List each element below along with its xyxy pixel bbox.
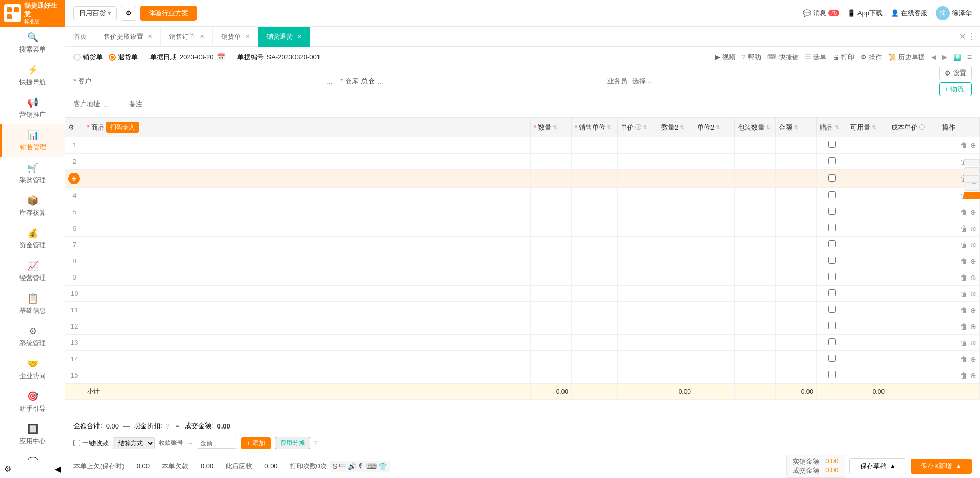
save-new-button[interactable]: 保存&新增 ▲ [911,459,972,474]
sort-icon[interactable]: ⇅ [835,124,839,130]
customer-input[interactable] [94,76,324,86]
gift-checkbox[interactable] [828,141,836,148]
warehouse-dots[interactable]: ... [378,78,383,85]
date-value[interactable]: 2023-03-20 [180,53,214,61]
chinese-icon[interactable]: 中 [339,462,346,471]
sort-icon[interactable]: ⇅ [716,124,720,130]
pack-cell[interactable] [735,170,776,188]
unit-cell[interactable] [572,170,618,188]
calendar-icon[interactable]: 📅 [217,53,225,61]
daily-category-select[interactable]: 日用百货 ▾ [74,6,117,20]
user-profile[interactable]: 徐 徐泽华 [936,6,972,20]
pack-cell[interactable] [735,154,776,170]
sidebar-item-sales[interactable]: 📊 销售管理 [0,124,65,157]
favorite-button[interactable]: 收藏 [964,192,980,199]
tab-sales-order[interactable]: 销售订单 ✕ [161,27,213,47]
product-input[interactable] [87,175,528,182]
copy-row-icon[interactable]: ⊕ [970,257,976,265]
account-dots[interactable]: ··· [187,440,192,447]
radio-return[interactable]: 退货单 [109,53,138,62]
tab-close-icon[interactable]: ✕ [148,33,152,40]
delete-row-icon[interactable]: 🗑 [960,241,967,249]
qty2-cell[interactable] [658,154,694,170]
experience-button[interactable]: 体验行业方案 [140,6,197,21]
history-btn[interactable]: 📜 历史单据 [888,53,925,62]
calc-method-select[interactable]: 结算方式 [113,437,155,449]
delete-row-icon[interactable]: 🗑 [960,322,967,331]
sidebar-item-apps[interactable]: 🔲 应用中心 [0,418,65,451]
product-cell[interactable] [84,154,531,170]
radio-sales[interactable]: 销货单 [74,53,103,62]
price-info-icon[interactable]: ⓘ [635,123,641,131]
cost-info-icon[interactable]: ⓘ [919,123,925,131]
gift-checkbox[interactable] [828,174,836,182]
keyboard-icon[interactable]: ⌨ [366,462,377,470]
sidebar-item-guide[interactable]: 🎯 新手引导 [0,386,65,418]
address-dots[interactable]: ... [103,100,109,108]
scan-entry-button[interactable]: 扫码录入 [106,122,139,133]
gift-checkbox[interactable] [828,338,836,345]
gift-cell[interactable] [817,154,847,170]
fee-split-button[interactable]: 费用分摊 [275,437,310,449]
tab-menu-icon[interactable]: ⋮ [968,32,976,41]
log-button[interactable]: 日志 [964,175,980,183]
settings-icon[interactable]: ⚙ [4,464,11,474]
copy-row-icon[interactable]: ⊕ [970,208,976,216]
sidebar-item-wechat[interactable]: 💬 企业微信 [0,451,65,460]
add-row-button[interactable]: + [68,173,80,184]
sidebar-item-collab[interactable]: 🤝 企业协同 [0,353,65,386]
video-btn[interactable]: ▶ 视频 [715,53,736,62]
sidebar-item-basic[interactable]: 📋 基础信息 [0,288,65,320]
gift-checkbox[interactable] [828,224,836,231]
pack-cell[interactable] [735,137,776,154]
remark-input[interactable] [145,100,299,108]
one-click-payment-checkbox[interactable]: 一键收款 [74,439,109,448]
tab-close-icon[interactable]: ✕ [245,33,250,40]
sort-icon[interactable]: ⇅ [794,124,798,130]
gift-checkbox[interactable] [828,322,836,329]
message-button[interactable]: 💬 消息 70 [803,9,839,18]
amount-cell[interactable] [776,154,817,170]
sidebar-item-quicknav[interactable]: ⚡ 快捷导航 [0,59,65,92]
shortcut-btn[interactable]: ⌨ 快捷键 [767,53,799,62]
copy-row-icon[interactable]: ⊕ [970,224,976,233]
sidebar-item-system[interactable]: ⚙ 系统管理 [0,320,65,353]
shirt-icon[interactable]: 👕 [378,462,387,470]
approval-button[interactable]: 审批 [964,184,980,191]
nav-next-icon[interactable]: ▶ [942,53,947,61]
copy-row-icon[interactable]: ⊕ [970,241,976,249]
sidebar-item-marketing[interactable]: 📢 营销推广 [0,92,65,124]
sort-icon[interactable]: ⇅ [607,124,611,130]
delete-row-icon[interactable]: 🗑 [960,339,967,347]
save-draft-button[interactable]: 保存草稿 ▲ [849,458,907,474]
customer-dots[interactable]: ... [327,78,332,85]
unit2-cell[interactable] [694,154,735,170]
price-cell[interactable] [618,137,658,154]
sort-icon[interactable]: ⇅ [766,124,770,130]
copy-row-icon[interactable]: ⊕ [970,141,976,149]
fee-info-icon[interactable]: ? [314,439,318,447]
todo-button[interactable]: 待办 [964,167,980,174]
app-download-button[interactable]: 📱 App下载 [847,9,883,18]
product-cell-active[interactable] [84,170,531,188]
delete-row-icon[interactable]: 🗑 [960,224,967,233]
delete-row-icon[interactable]: 🗑 [960,290,967,298]
copy-row-icon[interactable]: ⊕ [970,290,976,298]
qty2-cell[interactable] [658,170,694,188]
amount-cell[interactable] [776,137,817,154]
copy-row-icon[interactable]: ⊕ [970,273,976,282]
delete-row-icon[interactable]: 🗑 [960,355,967,363]
qty2-cell[interactable] [658,137,694,154]
discount-info-icon[interactable]: ? [166,422,170,430]
tab-sales[interactable]: 销货单 ✕ [213,27,258,47]
salesperson-input[interactable] [630,76,922,86]
sidebar-item-purchase[interactable]: 🛒 采购管理 [0,157,65,190]
qty-cell[interactable] [531,154,572,170]
sort-icon[interactable]: ⇅ [680,124,684,130]
sidebar-item-inventory[interactable]: 📦 库存核算 [0,190,65,222]
amount-cell[interactable] [776,170,817,188]
delete-row-icon[interactable]: 🗑 [960,273,967,282]
mic-icon[interactable]: 🎙 [358,462,365,470]
close-all-icon[interactable]: ✕ [959,32,966,41]
table-view-icon[interactable]: ▦ [953,52,961,62]
